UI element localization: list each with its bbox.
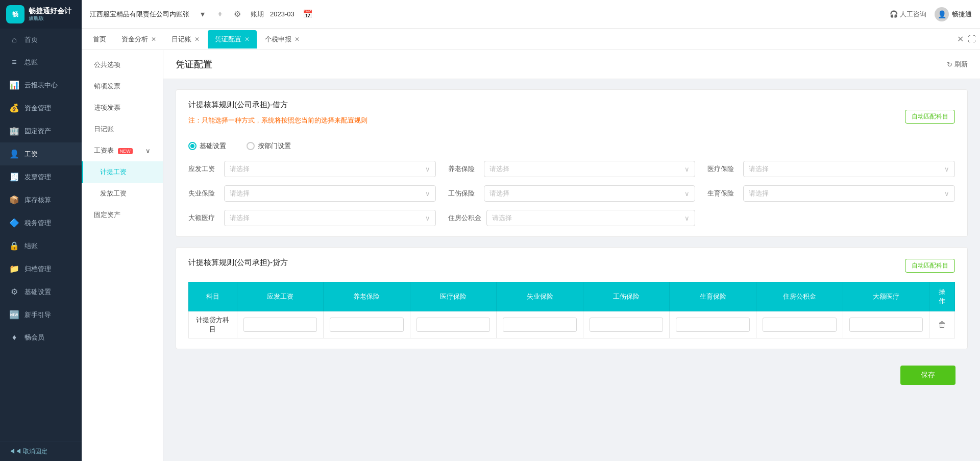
sidebar-nav: ⌂ 首页 ≡ 总账 📊 云报表中心 💰 资金管理 🏢 固定资产 👤 工资 🧾 发…	[0, 29, 82, 442]
menu-item-journal[interactable]: 日记账	[82, 118, 163, 140]
tab-journal-label: 日记账	[172, 35, 191, 44]
input-maternity[interactable]	[676, 318, 750, 332]
select-gross-salary[interactable]: 请选择 ∨	[224, 161, 436, 177]
radio-dept[interactable]: 按部门设置	[247, 141, 291, 151]
sidebar-item-assets[interactable]: 🏢 固定资产	[0, 119, 82, 142]
page-header: 凭证配置 ↻ 刷新	[163, 50, 980, 79]
radio-group: 基础设置 按部门设置	[188, 141, 955, 151]
chevron-down-icon: ∨	[425, 165, 430, 173]
form-item-large-medical: 大额医疗 请选择 ∨	[188, 210, 436, 226]
close-journal-tab[interactable]: ✕	[194, 36, 200, 43]
input-medical[interactable]	[416, 318, 491, 332]
label-maternity: 生育保险	[707, 189, 738, 198]
input-injury[interactable]	[590, 318, 664, 332]
label-housing-fund: 住房公积金	[448, 213, 481, 223]
col-medical: 医疗保险	[410, 282, 497, 311]
sidebar-item-label: 新手引导	[24, 310, 51, 320]
menu-group-salary[interactable]: 工资表 NEW ∨	[82, 140, 163, 161]
cell-large-med-value	[843, 311, 929, 338]
period-value: 2023-03	[270, 10, 295, 18]
select-large-medical[interactable]: 请选择 ∨	[224, 210, 436, 226]
content-area: 公共选项 销项发票 进项发票 日记账 工资表 NEW ∨ 计提工资	[82, 50, 980, 461]
sidebar-item-reports[interactable]: 📊 云报表中心	[0, 74, 82, 96]
cancel-pin-label: ◀◀ 取消固定	[9, 447, 47, 456]
calendar-btn[interactable]: 📅	[301, 7, 315, 21]
page-content: 凭证配置 ↻ 刷新 计提核算规则(公司承担)-借方 注：只能选择一种方式，系统将…	[163, 50, 980, 461]
sidebar-item-ledger[interactable]: ≡ 总账	[0, 51, 82, 74]
col-pension: 养老保险	[324, 282, 410, 311]
logo-subtitle: 旗舰版	[29, 15, 71, 22]
cell-housing-value	[756, 311, 843, 338]
cancel-pin-btn[interactable]: ◀◀ 取消固定	[0, 442, 82, 461]
close-voucher-tab[interactable]: ✕	[244, 36, 250, 43]
sidebar-item-funds[interactable]: 💰 资金管理	[0, 96, 82, 119]
sidebar-item-salary[interactable]: 👤 工资	[0, 142, 82, 165]
input-pension[interactable]	[330, 318, 404, 332]
input-unemployment[interactable]	[503, 318, 577, 332]
funds-icon: 💰	[9, 103, 19, 113]
notice-text: 注：只能选择一种方式，系统将按照您当前的选择来配置规则	[188, 116, 368, 125]
sidebar-item-settings[interactable]: ⚙ 基础设置	[0, 280, 82, 303]
dropdown-btn[interactable]: ▾	[195, 7, 210, 21]
sidebar-item-label: 云报表中心	[24, 81, 58, 90]
page-title: 凭证配置	[176, 58, 212, 70]
logo: 畅 畅捷通好会计 旗舰版	[0, 0, 82, 29]
menu-item-fixed-assets[interactable]: 固定资产	[82, 204, 163, 226]
input-housing[interactable]	[763, 318, 837, 332]
support-label: 人工咨询	[900, 10, 926, 19]
refresh-btn[interactable]: ↻ 刷新	[947, 60, 968, 69]
assets-icon: 🏢	[9, 126, 19, 136]
tab-funds[interactable]: 资金分析 ✕	[114, 30, 163, 48]
menu-item-purchase-invoice[interactable]: 进项发票	[82, 97, 163, 118]
select-injury[interactable]: 请选择 ∨	[484, 185, 696, 202]
sidebar-item-inventory[interactable]: 📦 库存核算	[0, 188, 82, 211]
close-tax-tab[interactable]: ✕	[295, 36, 300, 43]
input-large-med[interactable]	[849, 318, 923, 332]
radio-basic[interactable]: 基础设置	[188, 141, 226, 151]
user-info[interactable]: 👤 畅捷通	[935, 7, 972, 21]
chevron-down-icon: ∨	[944, 190, 949, 198]
menu-item-sales-invoice[interactable]: 销项发票	[82, 76, 163, 97]
select-pension[interactable]: 请选择 ∨	[484, 161, 696, 177]
select-medical[interactable]: 请选择 ∨	[743, 161, 955, 177]
tab-home[interactable]: 首页	[86, 30, 113, 48]
auto-match-credit-btn[interactable]: 自动匹配科目	[905, 259, 955, 273]
menu-item-issue[interactable]: 发放工资	[82, 183, 163, 204]
select-maternity[interactable]: 请选择 ∨	[743, 185, 955, 202]
sidebar-item-invoices[interactable]: 🧾 发票管理	[0, 165, 82, 188]
sidebar-item-guide[interactable]: 🆕 新手引导	[0, 303, 82, 326]
sidebar-item-home[interactable]: ⌂ 首页	[0, 29, 82, 51]
select-housing-fund[interactable]: 请选择 ∨	[486, 210, 696, 226]
menu-item-provision[interactable]: 计提工资	[82, 161, 163, 183]
gear-btn[interactable]: ⚙	[230, 7, 244, 21]
add-company-btn[interactable]: ＋	[213, 7, 227, 21]
form-item-gross-salary: 应发工资 请选择 ∨	[188, 161, 436, 177]
close-window-btn[interactable]: ✕	[957, 34, 964, 44]
menu-item-public[interactable]: 公共选项	[82, 54, 163, 76]
tab-tax[interactable]: 个税申报 ✕	[258, 30, 307, 48]
input-gross[interactable]	[243, 318, 317, 332]
headset-icon: 🎧	[890, 10, 898, 18]
menu-label: 销项发票	[94, 82, 120, 90]
select-unemployment[interactable]: 请选择 ∨	[224, 185, 436, 202]
refresh-label: 刷新	[954, 60, 968, 69]
tab-voucher[interactable]: 凭证配置 ✕	[208, 30, 257, 48]
label-pension: 养老保险	[448, 164, 479, 174]
delete-row-btn[interactable]: 🗑	[938, 320, 946, 329]
chevron-down-icon: ∨	[684, 214, 690, 222]
sidebar-item-vip[interactable]: ♦ 畅会员	[0, 326, 82, 349]
expand-window-btn[interactable]: ⛶	[968, 35, 976, 44]
sidebar-item-tax[interactable]: 🔷 税务管理	[0, 211, 82, 234]
menu-label: 固定资产	[94, 211, 120, 219]
tab-voucher-label: 凭证配置	[215, 35, 241, 44]
tab-journal[interactable]: 日记账 ✕	[164, 30, 207, 48]
auto-match-debit-btn[interactable]: 自动匹配科目	[905, 110, 955, 124]
vip-icon: ♦	[9, 333, 19, 342]
sidebar-item-archive[interactable]: 📁 归档管理	[0, 257, 82, 280]
sidebar-item-closing[interactable]: 🔒 结账	[0, 234, 82, 257]
close-funds-tab[interactable]: ✕	[151, 36, 156, 43]
sidebar-item-label: 发票管理	[24, 173, 51, 182]
save-button[interactable]: 保存	[900, 366, 955, 385]
support-btn[interactable]: 🎧 人工咨询	[890, 10, 926, 19]
avatar: 👤	[935, 7, 949, 21]
